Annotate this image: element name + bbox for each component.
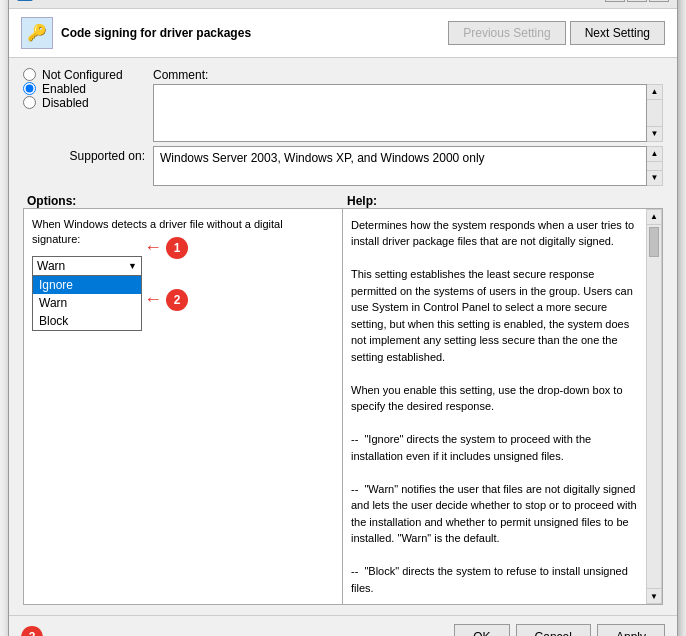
dropdown-container: Warn ▼ Ignore Warn Block [32,256,142,331]
annotation-2: ← 2 [144,289,188,311]
ok-button[interactable]: OK [454,624,509,636]
dropdown-option-block[interactable]: Block [33,312,141,330]
panels-container: When Windows detects a driver file witho… [23,208,663,606]
comment-scroll-down[interactable]: ▼ [647,126,662,141]
supported-section: Supported on: Windows Server 2003, Windo… [23,146,663,186]
policy-icon: 🔑 [21,17,53,49]
comment-section: Comment: ▲ ▼ [153,68,663,142]
comment-scroll-up[interactable]: ▲ [647,85,662,100]
window-icon: 🔑 [17,0,33,1]
minimize-button[interactable]: — [605,0,625,2]
supported-box-wrapper: Windows Server 2003, Windows XP, and Win… [153,146,663,186]
radio-enabled-input[interactable] [23,82,36,95]
radio-enabled-label: Enabled [42,82,86,96]
help-scroll-thumb [649,227,659,257]
main-window: 🔑 Code signing for driver packages — □ ✕… [8,0,678,636]
dropdown-option-ignore[interactable]: Ignore [33,276,141,294]
dropdown-list: Ignore Warn Block [32,276,142,331]
options-panel: When Windows detects a driver file witho… [24,209,343,605]
annotation-3-arrow: → [83,626,103,636]
help-scroll-track [647,259,661,589]
cancel-button[interactable]: Cancel [516,624,591,636]
help-header-cell: Help: [343,194,663,208]
radio-group: Not Configured Enabled Disabled [23,68,153,142]
footer: 3 → OK Cancel Apply [9,615,677,636]
nav-buttons: Previous Setting Next Setting [448,21,665,45]
apply-button[interactable]: Apply [597,624,665,636]
options-header: Options: [27,194,76,208]
supported-scroll-up[interactable]: ▲ [647,147,662,162]
footer-left: 3 → [21,626,448,636]
dropdown-chevron-icon: ▼ [128,261,137,271]
help-scroll-down[interactable]: ▼ [647,588,661,603]
options-header-cell: Options: [23,194,343,208]
next-setting-button[interactable]: Next Setting [570,21,665,45]
radio-not-configured-label: Not Configured [42,68,123,82]
comment-textarea[interactable] [153,84,647,142]
panel-headers: Options: Help: [23,194,663,208]
help-panel-wrapper: Determines how the system responds when … [343,209,662,605]
title-bar: 🔑 Code signing for driver packages — □ ✕ [9,0,677,9]
title-bar-left: 🔑 Code signing for driver packages [17,0,214,1]
help-panel: Determines how the system responds when … [343,209,646,605]
content-area: Not Configured Enabled Disabled Comment: [9,58,677,616]
help-header: Help: [347,194,377,208]
header-left: 🔑 Code signing for driver packages [21,17,251,49]
annotation-1-arrow: ← [144,237,162,258]
dropdown-selected[interactable]: Warn ▼ [32,256,142,276]
header-title: Code signing for driver packages [61,26,251,40]
radio-not-configured-input[interactable] [23,68,36,81]
annotation-3-circle: 3 [21,626,43,636]
radio-disabled-input[interactable] [23,96,36,109]
annotation-2-circle: 2 [166,289,188,311]
supported-scroll-track [647,162,662,170]
comment-scrollbar: ▲ ▼ [647,84,663,142]
supported-label: Supported on: [23,146,153,163]
radio-not-configured: Not Configured [23,68,153,82]
dropdown-value: Warn [37,259,128,273]
title-controls: — □ ✕ [605,0,669,2]
prev-setting-button[interactable]: Previous Setting [448,21,565,45]
radio-disabled-label: Disabled [42,96,89,110]
comment-label: Comment: [153,68,208,82]
close-button[interactable]: ✕ [649,0,669,2]
radio-enabled: Enabled [23,82,153,96]
annotation-1: ← 1 [144,237,188,259]
dropdown-option-warn[interactable]: Warn [33,294,141,312]
supported-text: Windows Server 2003, Windows XP, and Win… [153,146,647,186]
annotation-1-circle: 1 [166,237,188,259]
comment-input-wrapper: ▲ ▼ [153,84,663,142]
supported-scroll-down[interactable]: ▼ [647,170,662,185]
supported-scrollbar: ▲ ▼ [647,146,663,186]
annotation-2-arrow: ← [144,289,162,310]
comment-scroll-track [647,100,662,126]
help-scrollbar: ▲ ▼ [646,209,662,605]
header-bar: 🔑 Code signing for driver packages Previ… [9,9,677,58]
radio-disabled: Disabled [23,96,153,110]
help-scroll-up[interactable]: ▲ [647,210,661,225]
maximize-button[interactable]: □ [627,0,647,2]
